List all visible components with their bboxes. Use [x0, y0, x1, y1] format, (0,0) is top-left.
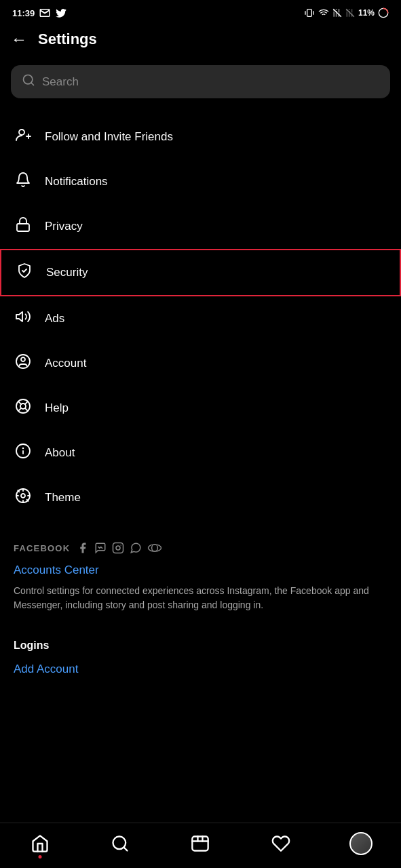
search-container: Search	[0, 60, 401, 109]
svg-point-33	[149, 545, 161, 551]
facebook-section: FACEBOOK	[0, 526, 401, 634]
bell-icon	[14, 172, 33, 192]
signal-off2-icon	[345, 8, 355, 18]
heart-icon	[271, 834, 290, 853]
svg-line-15	[18, 401, 21, 404]
svg-point-23	[21, 494, 25, 498]
svg-rect-30	[113, 543, 123, 553]
time-display: 11:39	[12, 8, 35, 18]
home-icon	[31, 834, 50, 853]
svg-point-34	[152, 545, 158, 551]
search-icon	[22, 73, 35, 90]
page-title: Settings	[38, 31, 97, 48]
help-icon	[14, 398, 33, 418]
svg-point-6	[19, 130, 24, 135]
gmail-icon	[39, 7, 51, 19]
nav-search[interactable]	[103, 830, 137, 857]
svg-rect-37	[193, 837, 208, 851]
battery-display: 11%	[358, 8, 375, 18]
bottom-nav	[0, 823, 401, 868]
twitter-icon	[55, 7, 67, 19]
follow-icon	[14, 127, 33, 147]
security-label: Security	[46, 266, 88, 279]
settings-item-ads[interactable]: Ads	[0, 296, 401, 341]
theme-icon	[14, 488, 33, 508]
facebook-icons	[77, 542, 162, 554]
status-right: 11%	[304, 7, 389, 18]
messenger-icon	[94, 542, 107, 554]
add-account-link[interactable]: Add Account	[14, 656, 387, 683]
settings-item-about[interactable]: About	[0, 431, 401, 475]
settings-item-theme[interactable]: Theme	[0, 475, 401, 520]
help-label: Help	[45, 401, 69, 415]
search-nav-icon	[111, 834, 130, 853]
logins-section: Logins Add Account	[0, 634, 401, 688]
facebook-icon	[77, 542, 89, 554]
home-active-dot	[39, 855, 42, 859]
settings-item-help[interactable]: Help	[0, 386, 401, 431]
svg-point-31	[116, 546, 120, 550]
signal-muted-icon	[332, 8, 342, 18]
profile-avatar	[349, 832, 373, 855]
search-bar[interactable]: Search	[11, 65, 390, 98]
ads-icon	[14, 309, 33, 329]
accounts-center-link[interactable]: Accounts Center	[14, 564, 387, 577]
nav-reels[interactable]	[183, 830, 217, 857]
settings-item-security[interactable]: Security	[0, 249, 401, 296]
svg-point-32	[121, 545, 122, 546]
settings-item-follow-invite[interactable]: Follow and Invite Friends	[0, 115, 401, 159]
back-button[interactable]: ←	[11, 30, 27, 49]
settings-item-notifications[interactable]: Notifications	[0, 159, 401, 204]
settings-item-account[interactable]: Account	[0, 341, 401, 386]
theme-label: Theme	[45, 491, 81, 505]
accounts-center-description: Control settings for connected experienc…	[14, 584, 387, 612]
svg-line-16	[25, 408, 28, 411]
svg-marker-10	[16, 312, 22, 321]
portal-icon	[147, 543, 162, 553]
nav-home[interactable]	[23, 830, 57, 857]
settings-item-privacy[interactable]: Privacy	[0, 204, 401, 249]
status-bar: 11:39	[0, 0, 401, 23]
search-input[interactable]: Search	[42, 75, 79, 89]
account-label: Account	[45, 357, 86, 370]
facebook-label: FACEBOOK	[14, 543, 70, 553]
vibrate-icon	[304, 7, 315, 18]
svg-line-18	[18, 408, 21, 411]
logins-title: Logins	[14, 639, 387, 652]
info-icon	[14, 443, 33, 463]
follow-invite-label: Follow and Invite Friends	[45, 130, 173, 144]
svg-rect-9	[17, 224, 29, 231]
nav-profile[interactable]	[344, 830, 378, 857]
status-left: 11:39	[12, 7, 67, 19]
svg-point-12	[21, 357, 25, 361]
whatsapp-icon	[130, 542, 142, 554]
svg-line-5	[31, 83, 34, 85]
wifi-icon	[318, 7, 329, 18]
nav-likes[interactable]	[264, 830, 298, 857]
facebook-header: FACEBOOK	[14, 542, 387, 554]
svg-line-36	[124, 847, 128, 850]
settings-list: Follow and Invite Friends Notifications …	[0, 109, 401, 526]
about-label: About	[45, 446, 75, 460]
reels-icon	[191, 834, 210, 853]
battery-icon	[378, 7, 389, 18]
ads-label: Ads	[45, 312, 64, 326]
shield-icon	[15, 262, 34, 283]
account-icon	[14, 353, 33, 374]
header: ← Settings	[0, 23, 401, 60]
lock-icon	[14, 216, 33, 237]
svg-rect-0	[307, 9, 312, 17]
instagram-icon	[112, 542, 124, 554]
svg-line-17	[25, 401, 28, 404]
privacy-label: Privacy	[45, 220, 83, 233]
notifications-label: Notifications	[45, 175, 108, 189]
